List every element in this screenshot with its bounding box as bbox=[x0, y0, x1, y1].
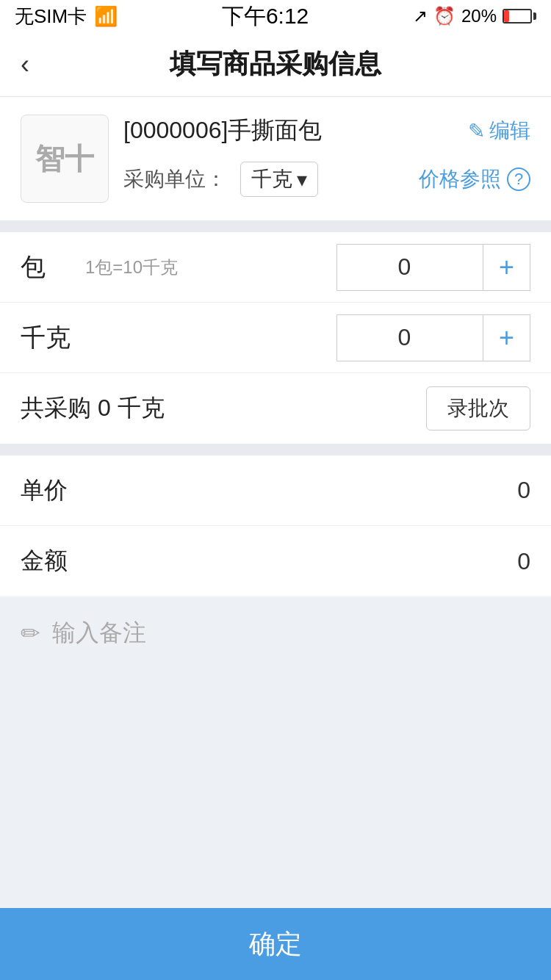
note-section[interactable]: ✏ 输入备注 bbox=[0, 597, 551, 670]
edit-icon: ✎ bbox=[468, 119, 485, 143]
product-name: [0000006]手撕面包 bbox=[123, 115, 322, 147]
battery-indicator bbox=[503, 9, 536, 24]
price-section: 单价 0 金额 0 bbox=[0, 455, 551, 597]
package-sublabel: 1包=10千克 bbox=[85, 256, 336, 279]
status-left: 无SIM卡 📶 bbox=[15, 4, 118, 29]
unit-dropdown-arrow: ▾ bbox=[297, 167, 307, 192]
unit-value: 千克 bbox=[251, 165, 292, 193]
divider-1 bbox=[0, 220, 551, 232]
product-thumbnail: 智十 bbox=[21, 115, 109, 203]
unit-select[interactable]: 千克 ▾ bbox=[240, 162, 318, 197]
package-quantity-input[interactable] bbox=[336, 244, 483, 291]
edit-label: 编辑 bbox=[489, 117, 530, 145]
nav-bar: ‹ 填写商品采购信息 bbox=[0, 32, 551, 97]
unit-group: 采购单位： 千克 ▾ bbox=[123, 162, 318, 197]
carrier-text: 无SIM卡 bbox=[15, 4, 87, 29]
unit-price-label: 单价 bbox=[21, 475, 68, 507]
unit-price-row: 单价 0 bbox=[0, 455, 551, 526]
summary-text: 共采购 0 千克 bbox=[21, 392, 165, 425]
kg-input-group: + bbox=[336, 314, 530, 361]
amount-row: 金额 0 bbox=[0, 526, 551, 597]
spacer bbox=[0, 670, 551, 908]
wifi-icon: 📶 bbox=[94, 5, 118, 28]
price-ref-label: 价格参照 bbox=[419, 165, 501, 193]
product-card: 智十 [0000006]手撕面包 ✎ 编辑 采购单位： 千克 ▾ bbox=[0, 97, 551, 220]
kg-input-row: 千克 + bbox=[0, 303, 551, 373]
product-logo: 智十 bbox=[35, 139, 94, 179]
divider-2 bbox=[0, 444, 551, 455]
amount-label: 金额 bbox=[21, 545, 68, 577]
status-bar: 无SIM卡 📶 下午6:12 ↗ ⏰ 20% bbox=[0, 0, 551, 32]
page-title: 填写商品采购信息 bbox=[170, 46, 381, 82]
status-time: 下午6:12 bbox=[222, 1, 309, 32]
package-plus-button[interactable]: + bbox=[483, 244, 530, 291]
kg-quantity-input[interactable] bbox=[336, 314, 483, 361]
product-info: [0000006]手撕面包 ✎ 编辑 采购单位： 千克 ▾ 价格参照 ? bbox=[123, 115, 530, 197]
status-right: ↗ ⏰ 20% bbox=[413, 6, 536, 26]
amount-value: 0 bbox=[517, 548, 530, 575]
unit-price-value: 0 bbox=[517, 477, 530, 504]
help-icon: ? bbox=[507, 167, 530, 191]
edit-button[interactable]: ✎ 编辑 bbox=[468, 117, 530, 145]
kg-label: 千克 bbox=[21, 321, 79, 355]
alarm-icon: ⏰ bbox=[433, 6, 455, 26]
confirm-button[interactable]: 确定 bbox=[0, 908, 551, 980]
input-section: 包 1包=10千克 + 千克 + bbox=[0, 232, 551, 373]
product-unit-row: 采购单位： 千克 ▾ 价格参照 ? bbox=[123, 162, 530, 197]
package-input-group: + bbox=[336, 244, 530, 291]
package-input-row: 包 1包=10千克 + bbox=[0, 232, 551, 303]
back-button[interactable]: ‹ bbox=[21, 49, 29, 80]
batch-record-button[interactable]: 录批次 bbox=[426, 386, 530, 430]
summary-row: 共采购 0 千克 录批次 bbox=[0, 373, 551, 444]
battery-text: 20% bbox=[461, 6, 497, 26]
price-reference-button[interactable]: 价格参照 ? bbox=[419, 165, 530, 193]
unit-label: 采购单位： bbox=[123, 167, 226, 190]
note-placeholder: 输入备注 bbox=[52, 617, 146, 649]
product-name-row: [0000006]手撕面包 ✎ 编辑 bbox=[123, 115, 530, 147]
kg-plus-button[interactable]: + bbox=[483, 314, 530, 361]
location-icon: ↗ bbox=[413, 6, 428, 26]
package-label: 包 bbox=[21, 251, 79, 284]
pencil-icon: ✏ bbox=[21, 619, 40, 647]
